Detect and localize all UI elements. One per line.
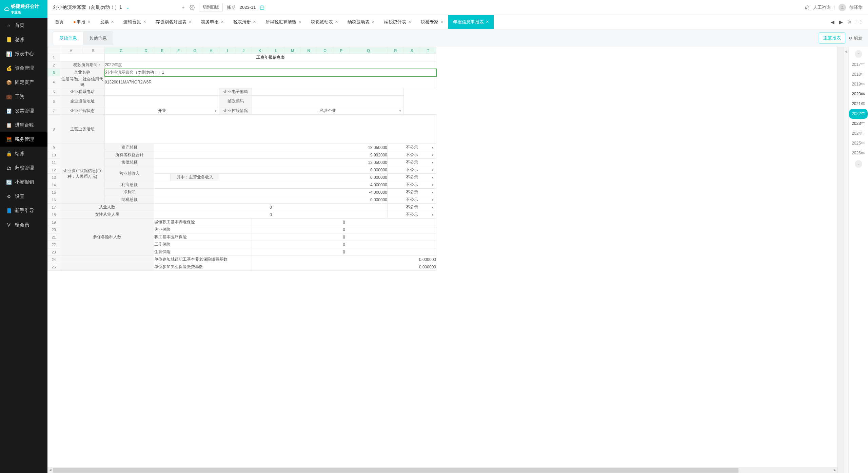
row-header-5[interactable]: 5 bbox=[48, 88, 60, 96]
row-header-19[interactable]: 19 bbox=[48, 219, 60, 226]
plus-icon[interactable]: ＋ bbox=[181, 4, 185, 11]
asset-row-value[interactable]: 12.050000 bbox=[154, 159, 388, 166]
addr-value[interactable] bbox=[105, 96, 219, 107]
period-value[interactable]: 2023-11 bbox=[240, 5, 256, 10]
col-header-K[interactable]: K bbox=[252, 47, 268, 54]
col-header-T[interactable]: T bbox=[420, 47, 436, 54]
refresh-button[interactable]: ↻ 刷新 bbox=[849, 35, 863, 41]
year-2017年[interactable]: 2017年 bbox=[849, 60, 868, 70]
col-header-E[interactable]: E bbox=[154, 47, 171, 54]
ins-row-value[interactable]: 0 bbox=[252, 219, 436, 226]
disclose-select[interactable]: 不公示 bbox=[388, 181, 436, 189]
ins-row-value[interactable]: 0 bbox=[252, 233, 436, 241]
row-header-18[interactable]: 18 bbox=[48, 211, 60, 219]
col-header-I[interactable]: I bbox=[219, 47, 236, 54]
col-header-B[interactable]: B bbox=[82, 47, 105, 54]
year-2018年[interactable]: 2018年 bbox=[849, 70, 868, 79]
col-header-D[interactable]: D bbox=[138, 47, 154, 54]
close-icon[interactable]: ✕ bbox=[143, 20, 146, 24]
disclose-select[interactable]: 不公示 bbox=[388, 144, 436, 151]
tab-basic-info[interactable]: 基础信息 bbox=[53, 32, 83, 45]
col-header-J[interactable]: J bbox=[236, 47, 252, 54]
status-select[interactable]: 开业 bbox=[105, 107, 219, 115]
spreadsheet[interactable]: ABCDEFGHIJKLMNOPQRST 1工商年报信息表2税款所属期间：202… bbox=[47, 47, 837, 467]
year-2026年[interactable]: 2026年 bbox=[849, 148, 868, 158]
sidebar-item-12[interactable]: ⚙设置 bbox=[0, 189, 47, 204]
collapse-year-panel[interactable]: ◀ bbox=[844, 47, 848, 473]
col-header-N[interactable]: N bbox=[301, 47, 317, 54]
year-2025年[interactable]: 2025年 bbox=[849, 138, 868, 148]
rev-value[interactable]: 0.000000 bbox=[154, 166, 388, 174]
tab-9[interactable]: 纳税波动表✕ bbox=[343, 15, 379, 29]
row-header-15[interactable]: 15 bbox=[48, 189, 60, 196]
year-down-button[interactable]: ⌄ bbox=[855, 160, 862, 168]
calendar-icon[interactable] bbox=[260, 5, 264, 10]
asset-row-value[interactable]: -4.000000 bbox=[154, 189, 388, 196]
year-2021年[interactable]: 2021年 bbox=[849, 99, 868, 109]
rev-sub-value[interactable]: 0.000000 bbox=[219, 174, 388, 181]
row-header-4[interactable]: 4 bbox=[48, 76, 60, 88]
row-header-8[interactable]: 8 bbox=[48, 115, 60, 144]
disclose-select[interactable]: 不公示 bbox=[388, 174, 436, 181]
horizontal-scrollbar[interactable]: ◂ ▸ bbox=[47, 467, 837, 473]
row-header-22[interactable]: 22 bbox=[48, 241, 60, 248]
col-header-O[interactable]: O bbox=[317, 47, 333, 54]
emp-f-value[interactable]: 0 bbox=[154, 211, 388, 219]
row-header-17[interactable]: 17 bbox=[48, 204, 60, 211]
close-icon[interactable]: ✕ bbox=[253, 20, 256, 24]
row-header-11[interactable]: 11 bbox=[48, 159, 60, 166]
row-header-2[interactable]: 2 bbox=[48, 61, 60, 69]
col-header-F[interactable]: F bbox=[171, 47, 187, 54]
close-icon[interactable]: ✕ bbox=[111, 20, 114, 24]
close-icon[interactable]: ✕ bbox=[335, 20, 338, 24]
sidebar-item-4[interactable]: 📦固定资产 bbox=[0, 75, 47, 90]
col-header-R[interactable]: R bbox=[388, 47, 404, 54]
ins-row-value[interactable]: 0 bbox=[252, 241, 436, 248]
close-icon[interactable]: ✕ bbox=[221, 20, 224, 24]
tab-5[interactable]: 税务申报✕ bbox=[196, 15, 229, 29]
disclose-select[interactable]: 不公示 bbox=[388, 151, 436, 159]
close-icon[interactable]: ✕ bbox=[486, 20, 489, 24]
support-link[interactable]: 人工咨询 bbox=[813, 4, 831, 11]
row-header-6[interactable]: 6 bbox=[48, 96, 60, 107]
tab-3[interactable]: 进销台账✕ bbox=[119, 15, 151, 29]
row-header-25[interactable]: 25 bbox=[48, 263, 60, 271]
row-header-13[interactable]: 13 bbox=[48, 174, 60, 181]
tab-12[interactable]: 年报信息申报表✕ bbox=[448, 15, 494, 29]
gear-icon[interactable] bbox=[190, 5, 195, 10]
year-2019年[interactable]: 2019年 bbox=[849, 79, 868, 89]
tab-other-info[interactable]: 其他信息 bbox=[83, 32, 113, 45]
col-header-S[interactable]: S bbox=[404, 47, 420, 54]
close-icon[interactable]: ✕ bbox=[372, 20, 375, 24]
ins-row-value[interactable]: 0 bbox=[252, 248, 436, 256]
account-selector[interactable]: 刘小艳演示账套（勿删勿动！）1 ⌄ bbox=[53, 4, 177, 11]
col-header-G[interactable]: G bbox=[187, 47, 203, 54]
close-icon[interactable]: ✕ bbox=[440, 20, 443, 24]
row-header-12[interactable]: 12 bbox=[48, 166, 60, 174]
row-header-23[interactable]: 23 bbox=[48, 248, 60, 256]
asset-row-value[interactable]: -4.000000 bbox=[154, 181, 388, 189]
year-up-button[interactable]: ⌃ bbox=[855, 50, 862, 58]
row-header-3[interactable]: 3 bbox=[48, 69, 60, 76]
sidebar-item-11[interactable]: 🔄小畅报销 bbox=[0, 175, 47, 189]
disclose-select[interactable]: 不公示 bbox=[388, 204, 436, 211]
col-header-M[interactable]: M bbox=[284, 47, 301, 54]
base-row-value[interactable]: 0.000000 bbox=[252, 263, 436, 271]
col-header-A[interactable]: A bbox=[60, 47, 82, 54]
ins-row-value[interactable]: 0 bbox=[252, 226, 436, 233]
row-header-21[interactable]: 21 bbox=[48, 233, 60, 241]
phone-value[interactable] bbox=[105, 88, 219, 96]
disclose-select[interactable]: 不公示 bbox=[388, 211, 436, 219]
asset-row-value[interactable]: 9.992000 bbox=[154, 151, 388, 159]
tab-next-button[interactable]: ▶ bbox=[838, 19, 844, 25]
tab-7[interactable]: 所得税汇算清缴✕ bbox=[261, 15, 306, 29]
tab-10[interactable]: 纳税统计表✕ bbox=[379, 15, 416, 29]
avatar[interactable] bbox=[839, 4, 846, 11]
tab-close-all-button[interactable]: ✕ bbox=[846, 19, 853, 25]
zip-value[interactable] bbox=[252, 96, 404, 107]
year-2020年[interactable]: 2020年 bbox=[849, 89, 868, 99]
tab-1[interactable]: ●申报✕ bbox=[68, 15, 95, 29]
year-2022年[interactable]: 2022年 bbox=[849, 109, 868, 119]
tab-11[interactable]: 税检专家✕ bbox=[416, 15, 448, 29]
fullscreen-icon[interactable]: ⛶ bbox=[855, 19, 863, 25]
